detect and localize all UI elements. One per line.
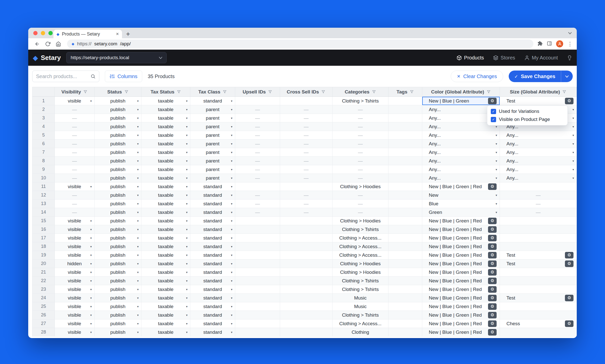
cell-tags[interactable]: [388, 200, 422, 208]
cell-tags[interactable]: [388, 140, 422, 148]
cell-tax-class[interactable]: parent▾: [190, 131, 235, 140]
filter-icon[interactable]: [83, 90, 87, 94]
cell-cross-sell-ids[interactable]: [280, 294, 332, 302]
attribute-settings-gear-icon[interactable]: ⚙: [488, 98, 497, 104]
cell-status[interactable]: publish▾: [95, 165, 141, 174]
new-tab-button[interactable]: +: [122, 30, 134, 38]
dropdown-arrow-icon[interactable]: ▾: [137, 211, 139, 214]
cell-tags[interactable]: [388, 225, 422, 234]
attribute-settings-gear-icon[interactable]: ⚙: [488, 295, 497, 301]
dropdown-arrow-icon[interactable]: ▾: [231, 125, 232, 128]
cell-categories[interactable]: Music: [332, 302, 388, 311]
cell-tax-status[interactable]: taxable▾: [141, 165, 190, 174]
cell-tags[interactable]: [388, 208, 422, 217]
dropdown-arrow-icon[interactable]: ▾: [137, 202, 139, 206]
cell-size-attribute[interactable]: Test⚙: [500, 251, 577, 259]
dropdown-arrow-icon[interactable]: ▾: [90, 322, 92, 325]
cell-tax-class[interactable]: standard▾: [190, 268, 235, 277]
cell-tags[interactable]: [388, 122, 422, 131]
attribute-settings-gear-icon[interactable]: ⚙: [565, 320, 573, 327]
dropdown-arrow-icon[interactable]: ▾: [186, 99, 188, 103]
cell-cross-sell-ids[interactable]: [280, 268, 332, 277]
cell-tax-class[interactable]: standard▾: [190, 234, 235, 242]
dropdown-arrow-icon[interactable]: ▾: [137, 99, 139, 103]
dropdown-arrow-icon[interactable]: ▾: [90, 313, 92, 317]
browser-menu-icon[interactable]: ⋮: [567, 41, 573, 47]
cell-status[interactable]: publish▾: [95, 122, 141, 131]
cell-color-attribute[interactable]: New | Blue | Green | Red⚙: [422, 328, 500, 337]
dropdown-arrow-icon[interactable]: ▾: [90, 271, 92, 274]
cell-size-attribute[interactable]: Any...▾: [500, 165, 577, 174]
cell-color-attribute[interactable]: Blue▾: [422, 200, 500, 208]
nav-stores[interactable]: Stores: [493, 55, 515, 61]
dropdown-arrow-icon[interactable]: ▾: [231, 159, 232, 163]
attribute-settings-gear-icon[interactable]: ⚙: [488, 243, 497, 250]
cell-tax-class[interactable]: parent▾: [190, 157, 235, 165]
cell-tax-class[interactable]: parent▾: [190, 122, 235, 131]
dropdown-arrow-icon[interactable]: ▾: [90, 305, 92, 308]
cell-color-attribute[interactable]: New | Blue | Green | Red⚙: [422, 268, 500, 277]
dropdown-arrow-icon[interactable]: ▾: [572, 159, 574, 163]
dropdown-arrow-icon[interactable]: ▾: [137, 151, 139, 154]
cell-upsell-ids[interactable]: [235, 319, 280, 328]
browser-tab-active[interactable]: ◆ Products — Setary ✕: [53, 30, 122, 38]
dropdown-arrow-icon[interactable]: ▾: [137, 116, 139, 120]
dropdown-arrow-icon[interactable]: ▾: [231, 176, 232, 180]
cell-visibility[interactable]: visible▾: [55, 302, 95, 311]
cell-size-attribute[interactable]: [500, 277, 577, 285]
cell-tax-class[interactable]: standard▾: [190, 259, 235, 268]
dropdown-arrow-icon[interactable]: ▾: [231, 151, 232, 154]
cell-cross-sell-ids[interactable]: [280, 182, 332, 191]
cell-categories[interactable]: Clothing > Hoodies: [332, 268, 388, 277]
close-window-button[interactable]: [33, 31, 38, 35]
dropdown-arrow-icon[interactable]: ▾: [137, 245, 139, 248]
search-input[interactable]: [36, 74, 88, 79]
dropdown-arrow-icon[interactable]: ▾: [137, 193, 139, 197]
cell-visibility[interactable]: visible▾: [55, 234, 95, 242]
cell-status[interactable]: publish▾: [95, 294, 141, 302]
dropdown-arrow-icon[interactable]: ▾: [496, 211, 497, 214]
cell-visibility[interactable]: visible▾: [55, 328, 95, 337]
cell-tax-class[interactable]: standard▾: [190, 277, 235, 285]
dropdown-arrow-icon[interactable]: ▾: [231, 279, 232, 283]
cell-color-attribute[interactable]: New | Blue | Green | Red⚙: [422, 259, 500, 268]
dropdown-arrow-icon[interactable]: ▾: [186, 176, 188, 180]
cell-cross-sell-ids[interactable]: [280, 319, 332, 328]
cell-upsell-ids[interactable]: [235, 217, 280, 225]
dropdown-arrow-icon[interactable]: ▾: [496, 142, 497, 146]
cell-status[interactable]: publish▾: [95, 311, 141, 319]
cell-size-attribute[interactable]: [500, 234, 577, 242]
dropdown-arrow-icon[interactable]: ▾: [186, 279, 188, 283]
cell-tags[interactable]: [388, 174, 422, 182]
cell-upsell-ids[interactable]: [235, 242, 280, 251]
dropdown-arrow-icon[interactable]: ▾: [496, 151, 497, 154]
cell-tax-status[interactable]: taxable▾: [141, 148, 190, 157]
dropdown-arrow-icon[interactable]: ▾: [231, 142, 232, 146]
cell-categories[interactable]: Clothing > Access...: [332, 251, 388, 259]
cell-categories[interactable]: Clothing > Tshirts: [332, 285, 388, 294]
attribute-settings-gear-icon[interactable]: ⚙: [488, 278, 497, 284]
dropdown-arrow-icon[interactable]: ▾: [137, 305, 139, 308]
cell-tax-status[interactable]: taxable▾: [141, 191, 190, 200]
cell-tax-status[interactable]: taxable▾: [141, 140, 190, 148]
cell-tax-status[interactable]: taxable▾: [141, 105, 190, 114]
cell-categories[interactable]: Clothing: [332, 328, 388, 337]
dropdown-arrow-icon[interactable]: ▾: [137, 185, 139, 188]
cell-color-attribute[interactable]: Any...▾: [422, 174, 500, 182]
cell-tax-status[interactable]: taxable▾: [141, 174, 190, 182]
cell-cross-sell-ids[interactable]: [280, 217, 332, 225]
cell-tax-class[interactable]: standard▾: [190, 200, 235, 208]
cell-tags[interactable]: [388, 105, 422, 114]
dropdown-arrow-icon[interactable]: ▾: [231, 219, 232, 223]
cell-categories[interactable]: Clothing > Tshirts: [332, 97, 388, 105]
cell-size-attribute[interactable]: [500, 268, 577, 277]
cell-status[interactable]: publish▾: [95, 157, 141, 165]
dropdown-arrow-icon[interactable]: ▾: [572, 168, 574, 171]
cell-tax-class[interactable]: parent▾: [190, 165, 235, 174]
column-header-color[interactable]: Color (Global Attribute): [422, 87, 500, 96]
filter-icon[interactable]: [223, 90, 227, 94]
cell-cross-sell-ids[interactable]: [280, 97, 332, 105]
dropdown-arrow-icon[interactable]: ▾: [186, 116, 188, 120]
cell-tax-class[interactable]: standard▾: [190, 217, 235, 225]
cell-color-attribute[interactable]: Any...▾: [422, 140, 500, 148]
